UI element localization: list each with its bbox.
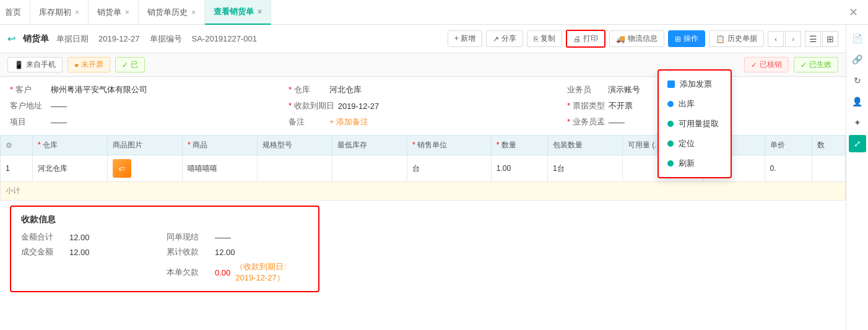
cumulative-row: 累计收款 12.00 (167, 246, 308, 258)
staff-label: 业务员 (567, 84, 604, 95)
date-value: 2019-12-27 (98, 34, 140, 43)
refresh-icon (667, 160, 674, 167)
from-phone-button[interactable]: 📱 来自手机 (7, 57, 63, 72)
deal-amount-label: 成交金额 (21, 246, 64, 258)
tab-home[interactable]: 首页 (5, 0, 30, 25)
tab-sales-history[interactable]: 销货单历史 × (139, 0, 205, 25)
project-label: 项目 (10, 116, 47, 128)
tab-close-history[interactable]: × (191, 8, 196, 17)
toolbar: ↩ 销货单 单据日期 2019-12-27 单据编号 SA-20191227-0… (0, 25, 846, 53)
sidebar-expand-icon: ⤢ (854, 139, 861, 149)
sidebar-user-button[interactable]: 👤 (849, 93, 866, 110)
staff-value: 演示账号 (608, 84, 640, 95)
list-view-button[interactable]: ☰ (805, 31, 821, 47)
copy-button[interactable]: ⎘ 复制 (527, 30, 562, 47)
ticket-value: 不开票 (609, 100, 633, 111)
tab-close-view[interactable]: × (258, 7, 262, 16)
ticket-icon: ● (74, 61, 79, 69)
col-unit: 销售单位 (407, 136, 491, 155)
sidebar-sync-icon: ↻ (854, 76, 861, 85)
row-no: 1 (1, 155, 33, 182)
customer-row: 客户 柳州粤港平安气体有限公司 (10, 84, 279, 95)
tab-view-sales[interactable]: 查看销货单 × (205, 0, 271, 25)
subtotal-label: 小计 (1, 182, 846, 201)
not-open-button[interactable]: ● 未开票 (67, 57, 110, 72)
sidebar-star-button[interactable]: ✦ (849, 114, 866, 131)
total-value: 12.00 (69, 233, 90, 242)
due-note: （收款到期日: 2019-12-27） (235, 261, 308, 284)
grid-view-button[interactable]: ⊞ (822, 31, 838, 47)
note-row: 备注 添加备注 (289, 116, 557, 128)
due-label: 本单欠款 (167, 267, 210, 278)
single-settle-label: 同单现结 (167, 232, 210, 243)
print-button[interactable]: 🖨 打印 (566, 30, 605, 48)
toolbar-left: ↩ 销货单 单据日期 2019-12-27 单据编号 SA-20191227-0… (7, 33, 257, 45)
add-note-button[interactable]: 添加备注 (329, 116, 368, 128)
sidebar-expand-button[interactable]: ⤢ (849, 135, 866, 152)
project-row: 项目 —— (10, 116, 279, 128)
operate-button[interactable]: ⊞ 操作 (668, 30, 705, 47)
prev-button[interactable]: ‹ (768, 31, 784, 47)
main-wrapper: ↩ 销货单 单据日期 2019-12-27 单据编号 SA-20191227-0… (0, 25, 868, 330)
locate-item[interactable]: 定位 (659, 134, 731, 154)
add-invoice-icon (667, 80, 675, 88)
tab-close-inventory[interactable]: × (75, 8, 79, 17)
row-product: 嘻嘻嘻嘻 (183, 155, 258, 182)
col-image: 商品图片 (108, 136, 183, 155)
row-pack-qty: 1台 (548, 155, 623, 182)
payment-grid: 金额合计 12.00 同单现结 —— 成交金额 12.00 累计收款 12.00 (21, 232, 308, 284)
col-amount: 数 (812, 136, 845, 155)
col-settings[interactable]: ⚙ (1, 136, 33, 155)
outbound-item[interactable]: 出库 (659, 94, 731, 114)
payment-date-label: 收款到期日 (289, 100, 334, 111)
due-value: 0.00 (215, 268, 230, 277)
note-label: 备注 (289, 116, 326, 128)
single-settle-value: —— (215, 233, 231, 242)
refresh-item[interactable]: 刷新 (659, 154, 731, 173)
deal-amount-row: 成交金额 12.00 (21, 246, 163, 258)
share-icon: ↗ (493, 35, 499, 43)
tab-sales-order[interactable]: 销货单 × (89, 0, 139, 25)
no-value: SA-20191227-001 (192, 34, 258, 43)
tab-bar-close-button[interactable]: ✕ (844, 6, 863, 19)
print-icon: 🖨 (573, 35, 581, 43)
check-button[interactable]: ✓ 已 (115, 57, 145, 72)
single-settle-row: 同单现结 —— (167, 232, 308, 243)
due-row: 本单欠款 0.00 （收款到期日: 2019-12-27） (167, 261, 308, 284)
cumulative-value: 12.00 (215, 248, 235, 257)
row-spec (258, 155, 332, 182)
row-price: 0. (765, 155, 812, 182)
tab-inventory-init[interactable]: 库存期初 × (30, 0, 89, 25)
salesperson-value: —— (609, 118, 625, 127)
logistics-button[interactable]: 🚚 物流信息 (609, 30, 664, 47)
payment-title: 收款信息 (21, 214, 308, 225)
address-label: 客户地址 (10, 100, 47, 111)
row-image: 🏷 (108, 155, 183, 182)
sidebar-sync-button[interactable]: ↻ (849, 72, 866, 89)
doc-title: 销货单 (23, 33, 49, 45)
tab-close-sales[interactable]: × (125, 8, 129, 17)
next-button[interactable]: › (785, 31, 801, 47)
sidebar-doc-button[interactable]: 📄 (849, 30, 866, 47)
warehouse-value: 河北仓库 (329, 84, 362, 95)
col-price: 单价 (765, 136, 812, 155)
available-qty-item[interactable]: 可用量提取 (659, 114, 731, 134)
sidebar-link-button[interactable]: 🔗 (849, 51, 866, 68)
view-icons: ☰ ⊞ (805, 31, 838, 47)
history-button[interactable]: 📋 历史单据 (709, 30, 764, 47)
available-qty-icon (667, 121, 674, 127)
payment-info-box: 收款信息 金额合计 12.00 同单现结 —— 成交金额 12.00 累计收款 … (10, 206, 319, 292)
cumulative-label: 累计收款 (167, 246, 210, 258)
col-qty: 数量 (491, 136, 547, 155)
warehouse-label: 仓库 (289, 84, 326, 95)
add-invoice-item[interactable]: 添加发票 (659, 74, 731, 94)
sidebar-star-icon: ✦ (854, 118, 861, 128)
logistics-icon: 🚚 (616, 35, 625, 43)
new-button[interactable]: + 新增 (448, 30, 482, 47)
copy-icon: ⎘ (534, 35, 538, 43)
share-button[interactable]: ↗ 分享 (486, 30, 523, 47)
customer-value: 柳州粤港平安气体有限公司 (51, 84, 147, 95)
address-value: —— (51, 102, 67, 111)
sold-check-icon: ✓ (751, 61, 757, 69)
col-spec: 规格型号 (258, 136, 332, 155)
